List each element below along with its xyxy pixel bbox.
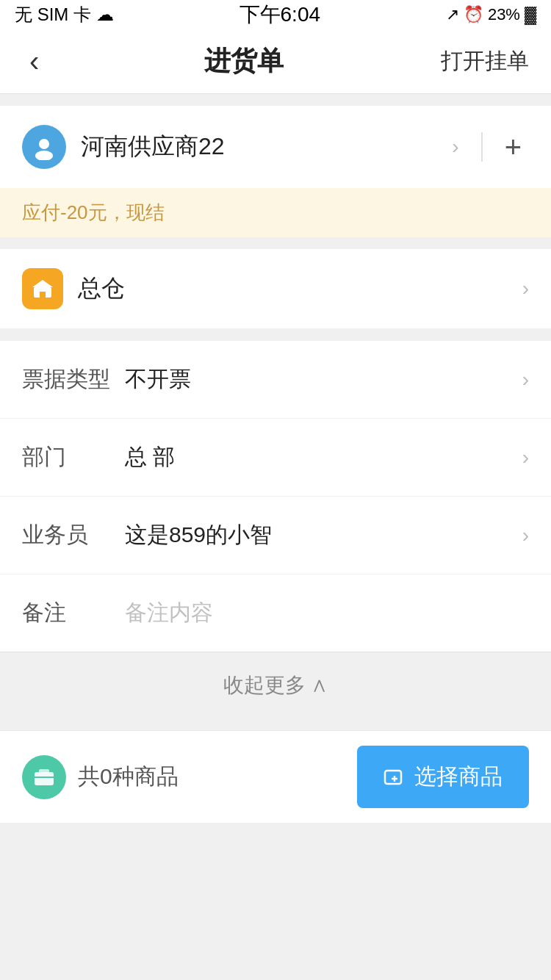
location-icon: ↗: [446, 5, 459, 24]
open-pending-button[interactable]: 打开挂单: [441, 46, 529, 76]
supplier-row[interactable]: 河南供应商22 › +: [0, 106, 551, 188]
salesperson-row[interactable]: 业务员 这是859的小智 ›: [0, 496, 551, 574]
warehouse-name: 总仓: [78, 273, 522, 305]
collapse-row[interactable]: 收起更多 ∧: [0, 652, 551, 718]
department-value: 总 部: [125, 442, 522, 472]
supplier-divider: [481, 132, 483, 162]
invoice-type-label: 票据类型: [22, 364, 125, 394]
invoice-type-value: 不开票: [125, 364, 522, 394]
svg-rect-5: [35, 772, 54, 785]
select-product-label: 选择商品: [414, 762, 503, 792]
supplier-name: 河南供应商22: [81, 131, 452, 163]
remark-label: 备注: [22, 598, 125, 628]
status-time: 下午6:04: [240, 1, 321, 29]
gap-1: [0, 94, 551, 106]
notice-banner: 应付-20元，现结: [0, 188, 551, 237]
battery-level: 23%: [488, 5, 520, 24]
warehouse-row[interactable]: 总仓 ›: [0, 249, 551, 328]
product-count-area: 共0种商品: [22, 755, 179, 799]
salesperson-chevron-icon: ›: [522, 524, 529, 547]
warehouse-section: 总仓 ›: [0, 249, 551, 328]
remark-placeholder: 备注内容: [125, 598, 529, 628]
alarm-icon: ⏰: [464, 5, 483, 24]
svg-marker-3: [32, 280, 53, 287]
bottom-bar: 共0种商品 选择商品: [0, 730, 551, 823]
nav-bar: ‹ 进货单 打开挂单: [0, 29, 551, 94]
svg-point-1: [35, 151, 53, 160]
supplier-avatar: [22, 125, 66, 169]
status-bar: 无 SIM 卡 ☁ 下午6:04 ↗ ⏰ 23% ▓: [0, 0, 551, 29]
warehouse-chevron-icon: ›: [522, 277, 529, 300]
status-right: ↗ ⏰ 23% ▓: [446, 5, 536, 24]
back-button[interactable]: ‹: [22, 37, 46, 85]
status-left: 无 SIM 卡 ☁: [15, 3, 114, 26]
gap-2: [0, 237, 551, 249]
department-row[interactable]: 部门 总 部 ›: [0, 418, 551, 496]
sim-status: 无 SIM 卡 ☁: [15, 3, 114, 26]
svg-rect-4: [40, 292, 46, 298]
content-area: [0, 823, 551, 980]
gap-3: [0, 328, 551, 340]
remark-row[interactable]: 备注 备注内容: [0, 574, 551, 652]
gap-4: [0, 718, 551, 730]
product-count-text: 共0种商品: [78, 762, 179, 792]
svg-rect-8: [385, 771, 401, 784]
department-label: 部门: [22, 442, 125, 472]
salesperson-value: 这是859的小智: [125, 520, 522, 550]
warehouse-icon: [22, 268, 63, 309]
department-chevron-icon: ›: [522, 446, 529, 469]
form-section: 票据类型 不开票 › 部门 总 部 › 业务员 这是859的小智 › 备注 备注…: [0, 340, 551, 652]
invoice-type-row[interactable]: 票据类型 不开票 ›: [0, 340, 551, 418]
supplier-chevron-icon: ›: [452, 135, 458, 159]
select-product-button[interactable]: 选择商品: [357, 746, 529, 808]
battery-icon: ▓: [525, 5, 536, 24]
add-supplier-button[interactable]: +: [497, 128, 529, 167]
product-icon: [22, 755, 66, 799]
svg-point-0: [39, 139, 49, 149]
supplier-section: 河南供应商22 › + 应付-20元，现结: [0, 106, 551, 237]
select-product-icon: [383, 766, 406, 788]
page-title: 进货单: [204, 43, 284, 79]
salesperson-label: 业务员: [22, 520, 125, 550]
svg-rect-6: [39, 769, 49, 774]
collapse-label: 收起更多 ∧: [223, 671, 328, 699]
invoice-type-chevron-icon: ›: [522, 368, 529, 392]
